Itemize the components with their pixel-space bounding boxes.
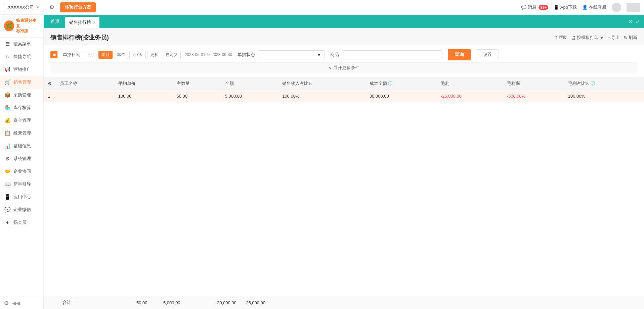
avatar[interactable] — [612, 3, 621, 12]
sidebar-nav: ☰ 搜索菜单 ⌂ 快捷导航 📢 营销推广 🛒 销售管理 📦 采购管理 — [0, 38, 43, 297]
col-header-gross-pct: 毛利占比% ⓘ — [564, 77, 644, 90]
status-chevron-icon: ▼ — [317, 52, 321, 57]
cell-rank: 1 — [44, 90, 56, 102]
app-download-button[interactable]: 📱 App下载 — [554, 4, 577, 10]
tab-home[interactable]: 首页 — [45, 15, 65, 28]
col-header-avg-price: 平均单价 — [114, 77, 173, 90]
cell-gross: -25,000.00 — [437, 90, 503, 102]
expand-filters-button[interactable]: ∨ 展开更多条件 — [329, 65, 359, 71]
operations-icon: 📋 — [4, 130, 11, 136]
company-selector[interactable]: XXXXXX公司 ▼ — [4, 3, 43, 12]
date-btn-this-year[interactable]: 本年 — [114, 51, 128, 59]
sidebar-item-purchase[interactable]: 📦 采购管理 — [0, 89, 43, 101]
message-button[interactable]: 💬 消息 99+ — [521, 4, 548, 10]
cell-qty: 50.00 — [173, 90, 221, 102]
cell-gross-rate: -500.00% — [503, 90, 564, 102]
sidebar-item-operations[interactable]: 📋 经营管理 — [0, 127, 43, 140]
footer-gross: -25,000.00 — [241, 300, 269, 305]
col-header-qty: 主数量 — [173, 77, 221, 90]
sales-rank-table: ⚙ 员工名称 平均单价 主数量 全额 销售收入占比% 成本全额 ⓘ — [44, 77, 644, 102]
sidebar-item-inventory[interactable]: 🏪 库存核算 — [0, 101, 43, 114]
goods-placeholder: ... — [345, 52, 349, 57]
date-btn-last-month[interactable]: 上月 — [83, 51, 97, 59]
cell-gross-pct: 100.00% — [564, 90, 644, 102]
sidebar-item-system[interactable]: ⚙ 系统管理 — [0, 152, 43, 165]
col-header-gross: 毛利 — [437, 77, 503, 90]
search-order-icon: ☰ — [4, 41, 11, 47]
sidebar-item-wechat[interactable]: 💬 企业微信 — [0, 203, 43, 216]
tab-close-icon[interactable]: × — [93, 20, 95, 25]
sidebar-settings-icon[interactable]: ⚙ — [4, 300, 9, 306]
goods-select[interactable]: ... — [342, 50, 442, 59]
message-badge: 99+ — [539, 5, 548, 10]
date-btn-7days[interactable]: 近7天 — [129, 51, 146, 59]
trial-button[interactable]: 体验行业方案 — [60, 2, 96, 12]
cell-amount: 5,000.00 — [221, 90, 278, 102]
sidebar-label-finance: 资金管理 — [13, 117, 31, 123]
sidebar-item-search-order[interactable]: ☰ 搜索菜单 — [0, 38, 43, 50]
tab-bar-expand-icon[interactable]: ⤢ — [636, 18, 640, 25]
sidebar-label-system: 系统管理 — [13, 156, 31, 162]
table-footer: 合计 50.00 5,000.00 30,000.00 -25,000.00 — [44, 296, 644, 309]
sidebar-collapse-icon[interactable]: ◀◀ — [12, 300, 20, 306]
logo-icon: 🌿 — [4, 20, 14, 31]
sidebar-label-base-info: 基础信息 — [13, 143, 31, 149]
sidebar-label-enterprise: 企业协同 — [13, 168, 31, 174]
sidebar-item-member[interactable]: ♦ 畅会员 — [0, 216, 43, 229]
app-center-icon: 📱 — [4, 194, 11, 200]
data-table-container: ⚙ 员工名称 平均单价 主数量 全额 销售收入占比% 成本全额 ⓘ — [44, 77, 644, 296]
date-btn-more[interactable]: 更多 — [147, 51, 161, 59]
online-service-label: 在线客服 — [589, 4, 606, 10]
sidebar-label-wechat: 企业微信 — [13, 207, 31, 213]
online-service-button[interactable]: 👤 在线客服 — [582, 4, 606, 10]
status-select[interactable]: ▼ — [258, 50, 325, 59]
tab-sales-rank[interactable]: 销售排行榜 × — [65, 17, 99, 28]
col-header-cost: 成本全额 ⓘ — [366, 77, 437, 90]
refresh-icon: ↻ — [624, 35, 628, 40]
col-settings[interactable]: ⚙ — [44, 77, 56, 90]
expand-filters-row[interactable]: ∨ 展开更多条件 — [50, 62, 637, 73]
sidebar-item-app-center[interactable]: 📱 应用中心 — [0, 191, 43, 203]
service-icon: 👤 — [582, 5, 588, 10]
sidebar-label-marketing: 营销推广 — [13, 66, 31, 72]
gross-pct-info-icon[interactable]: ⓘ — [591, 81, 595, 86]
date-btn-this-month[interactable]: 本月 — [98, 51, 113, 59]
sidebar-label-inventory: 库存核算 — [13, 105, 31, 111]
page-title: 销售排行榜(按业务员) — [50, 34, 109, 42]
enterprise-icon: 🤝 — [4, 168, 11, 174]
sidebar-label-purchase: 采购管理 — [13, 92, 31, 98]
sidebar-item-marketing[interactable]: 📢 营销推广 — [0, 63, 43, 76]
app-icon: 📱 — [554, 5, 559, 10]
finance-icon: 💰 — [4, 117, 11, 123]
sidebar-item-enterprise[interactable]: 🤝 企业协同 — [0, 165, 43, 178]
sidebar-item-quick-nav[interactable]: ⌂ 快捷导航 — [0, 50, 43, 63]
print-chevron-icon: ▼ — [600, 35, 604, 40]
cost-info-icon[interactable]: ⓘ — [388, 81, 392, 86]
marketing-icon: 📢 — [4, 66, 11, 72]
sidebar-item-finance[interactable]: 💰 资金管理 — [0, 114, 43, 127]
col-header-amount: 全额 — [221, 77, 278, 90]
print-button[interactable]: 🖨 按模板打印 ▼ — [571, 35, 604, 41]
tab-bar-close-icon[interactable]: ✕ — [629, 18, 633, 25]
sidebar-item-base-info[interactable]: 📊 基础信息 — [0, 140, 43, 152]
column-settings-button[interactable]: 设置 — [476, 49, 499, 60]
help-button[interactable]: ? 帮助 — [555, 35, 567, 41]
date-range-text: 2023-06-01 至 2023-06-30 — [185, 52, 232, 58]
sidebar-item-guide[interactable]: 📖 新手引导 — [0, 178, 43, 191]
filter-collapse-btn[interactable]: ◀ — [50, 51, 57, 58]
inventory-icon: 🏪 — [4, 105, 11, 111]
table-row: 1 100.00 50.00 5,000.00 100.00% 30,000.0… — [44, 90, 644, 102]
query-button[interactable]: 查询 — [448, 49, 471, 60]
settings-icon[interactable]: ⚙ — [47, 2, 57, 12]
base-info-icon: 📊 — [4, 143, 11, 149]
date-btn-custom[interactable]: 自定义 — [163, 51, 181, 59]
sidebar-label-app-center: 应用中心 — [13, 194, 31, 200]
sidebar-label-quick-nav: 快捷导航 — [13, 54, 31, 60]
guide-icon: 📖 — [4, 181, 11, 187]
refresh-button[interactable]: ↻ 刷新 — [624, 35, 637, 41]
export-button[interactable]: ↑ 导出 — [608, 35, 620, 41]
cell-sales-pct: 100.00% — [278, 90, 366, 102]
sidebar-item-sales[interactable]: 🛒 销售管理 — [0, 76, 43, 89]
quick-nav-icon: ⌂ — [4, 54, 11, 59]
goods-filter: 商品 ... — [330, 50, 442, 59]
